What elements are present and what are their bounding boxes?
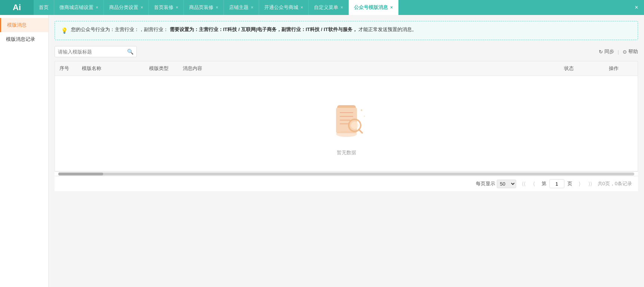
notice-box: 💡 您的公众号行业为：主营行业：，副营行业： 需要设置为：主营行业：IT科技 /… bbox=[55, 21, 638, 40]
page-label-pre: 第 bbox=[542, 180, 546, 187]
search-wrapper[interactable]: 🔍 bbox=[55, 46, 137, 57]
brand-label: Ai bbox=[13, 3, 21, 12]
notice-icon: 💡 bbox=[61, 26, 68, 35]
col-header-action: 操作 bbox=[604, 61, 638, 76]
tab-close-homepage[interactable]: × bbox=[176, 5, 178, 10]
pagination-area: 每页显示 50 20 100 ⟨⟨ ⟨ 第 页 ⟩ ⟩⟩ 共0页，0条记录 bbox=[55, 176, 638, 191]
search-button[interactable]: 🔍 bbox=[127, 49, 133, 55]
svg-point-6 bbox=[351, 122, 358, 129]
page-number-input[interactable] bbox=[549, 179, 564, 188]
empty-row: ✦ ✦ 暂无数据 bbox=[55, 76, 638, 171]
content-area: 💡 您的公众号行业为：主营行业：，副营行业： 需要设置为：主营行业：IT科技 /… bbox=[49, 15, 644, 287]
total-info: 共0页，0条记录 bbox=[598, 180, 632, 187]
empty-state: ✦ ✦ 暂无数据 bbox=[55, 76, 638, 171]
sync-button[interactable]: ↻ 同步 bbox=[599, 48, 614, 55]
table-body: ✦ ✦ 暂无数据 bbox=[55, 76, 638, 171]
table-header-row: 序号模版名称模版类型消息内容状态操作 bbox=[55, 61, 638, 76]
divider: | bbox=[618, 49, 619, 55]
next-page-button[interactable]: ⟩ bbox=[575, 179, 584, 188]
search-input[interactable] bbox=[58, 49, 127, 55]
svg-text:✦: ✦ bbox=[360, 108, 363, 112]
notice-suffix: 才能正常发送预置的消息。 bbox=[358, 27, 417, 32]
tab-close-theme[interactable]: × bbox=[251, 5, 253, 10]
prev-page-button[interactable]: ⟨ bbox=[530, 179, 539, 188]
col-header-type: 模版类型 bbox=[145, 61, 178, 76]
help-icon: ⊙ bbox=[623, 49, 627, 55]
sidebar: 模版消息模版消息记录 bbox=[0, 15, 49, 287]
col-header-index: 序号 bbox=[55, 61, 77, 76]
tab-weshop[interactable]: 微商城店铺设置× bbox=[54, 0, 104, 15]
page-label-post: 页 bbox=[567, 180, 572, 187]
search-actions: ↻ 同步 | ⊙ 帮助 bbox=[599, 48, 638, 55]
per-page-dropdown[interactable]: 50 20 100 bbox=[497, 180, 516, 188]
notice-prefix: 您的公众号行业为：主营行业：，副营行业： bbox=[71, 27, 168, 32]
tab-category[interactable]: 商品分类设置× bbox=[104, 0, 149, 15]
sidebar-item-template-msg-record[interactable]: 模版消息记录 bbox=[0, 32, 48, 46]
data-table: 序号模版名称模版类型消息内容状态操作 bbox=[55, 61, 638, 171]
tab-close-templateMsg[interactable]: × bbox=[390, 5, 393, 10]
tab-theme[interactable]: 店铺主题× bbox=[224, 0, 259, 15]
brand-logo: Ai bbox=[0, 0, 34, 15]
tab-wechatshop[interactable]: 开通公众号商城× bbox=[259, 0, 309, 15]
last-page-button[interactable]: ⟩⟩ bbox=[586, 179, 595, 188]
tab-close-wechatshop[interactable]: × bbox=[301, 5, 303, 10]
main-layout: 模版消息模版消息记录 💡 您的公众号行业为：主营行业：，副营行业： 需要设置为：… bbox=[0, 15, 644, 287]
notice-text: 您的公众号行业为：主营行业：，副营行业： 需要设置为：主营行业：IT科技 / 互… bbox=[71, 26, 417, 34]
sidebar-item-template-msg[interactable]: 模版消息 bbox=[0, 18, 48, 32]
empty-text: 暂无数据 bbox=[337, 149, 356, 156]
tab-close-productpage[interactable]: × bbox=[216, 5, 218, 10]
tab-home[interactable]: 首页 bbox=[34, 0, 54, 15]
sync-icon: ↻ bbox=[599, 49, 603, 55]
tab-close-weshop[interactable]: × bbox=[96, 5, 98, 10]
scrollbar-track[interactable] bbox=[58, 172, 634, 175]
scrollbar-area[interactable] bbox=[55, 171, 638, 176]
tab-custommenu[interactable]: 自定义菜单× bbox=[309, 0, 349, 15]
per-page-select: 每页显示 50 20 100 bbox=[476, 180, 516, 188]
tab-close-custommenu[interactable]: × bbox=[341, 5, 343, 10]
tab-homepage[interactable]: 首页装修× bbox=[149, 0, 184, 15]
col-header-name: 模版名称 bbox=[77, 61, 145, 76]
svg-line-7 bbox=[359, 129, 362, 133]
close-all-button[interactable]: × bbox=[629, 0, 644, 15]
topbar: Ai 首页微商城店铺设置×商品分类设置×首页装修×商品页装修×店铺主题×开通公众… bbox=[0, 0, 644, 15]
col-header-content: 消息内容 bbox=[178, 61, 560, 76]
pagination-controls: ⟨⟨ ⟨ 第 页 ⟩ ⟩⟩ bbox=[519, 179, 595, 188]
help-label: 帮助 bbox=[628, 48, 638, 55]
col-header-status: 状态 bbox=[560, 61, 604, 76]
help-button[interactable]: ⊙ 帮助 bbox=[623, 48, 638, 55]
tab-productpage[interactable]: 商品页装修× bbox=[184, 0, 224, 15]
search-area: 🔍 ↻ 同步 | ⊙ 帮助 bbox=[55, 46, 638, 57]
notice-highlight: 需要设置为：主营行业：IT科技 / 互联网|电子商务，副营行业：IT科技 / I… bbox=[170, 27, 357, 32]
tab-templateMsg[interactable]: 公众号模版消息× bbox=[349, 0, 398, 15]
scrollbar-thumb[interactable] bbox=[58, 172, 103, 175]
sync-label: 同步 bbox=[604, 48, 614, 55]
svg-text:✦: ✦ bbox=[363, 115, 366, 117]
tab-list: 首页微商城店铺设置×商品分类设置×首页装修×商品页装修×店铺主题×开通公众号商城… bbox=[34, 0, 629, 15]
first-page-button[interactable]: ⟨⟨ bbox=[519, 179, 528, 188]
tab-close-category[interactable]: × bbox=[141, 5, 143, 10]
table-header: 序号模版名称模版类型消息内容状态操作 bbox=[55, 61, 638, 76]
per-page-label: 每页显示 bbox=[476, 180, 495, 187]
empty-illustration: ✦ ✦ bbox=[324, 98, 369, 143]
close-all-icon: × bbox=[635, 4, 638, 11]
